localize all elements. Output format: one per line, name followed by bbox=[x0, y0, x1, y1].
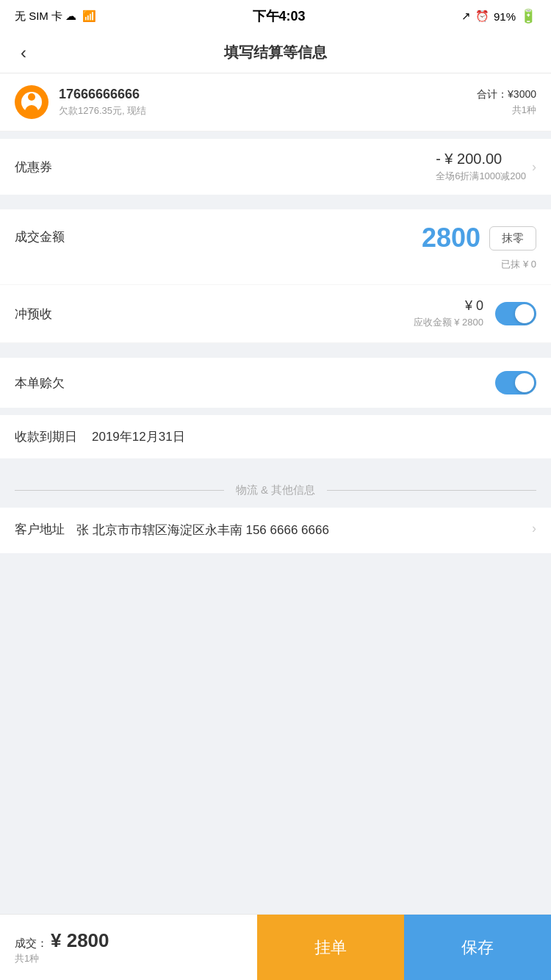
debt-section: 本单赊欠 bbox=[0, 358, 551, 408]
logistics-line-left bbox=[15, 490, 224, 491]
avatar-icon bbox=[21, 92, 42, 112]
bottom-count: 共1种 bbox=[15, 952, 242, 965]
prepay-amount: ¥ 0 bbox=[414, 298, 483, 314]
logistics-text: 物流 & 其他信息 bbox=[236, 483, 315, 497]
bottom-amount: ¥ 2800 bbox=[51, 929, 109, 952]
customer-left: 17666666666 欠款1276.35元, 现结 bbox=[15, 85, 146, 119]
page-title: 填写结算等信息 bbox=[224, 43, 327, 62]
coupon-right: - ¥ 200.00 全场6折满1000减200 › bbox=[436, 151, 536, 183]
prepay-sub: 应收金额 ¥ 2800 bbox=[414, 316, 483, 329]
sim-label: 无 SIM 卡 ☁ bbox=[15, 10, 76, 24]
customer-sub: 欠款1276.35元, 现结 bbox=[59, 104, 146, 118]
deal-right: 2800 抹零 已抹 ¥ 0 bbox=[422, 223, 536, 271]
deal-sub: 已抹 ¥ 0 bbox=[501, 258, 536, 271]
chevron-right-icon: › bbox=[532, 159, 536, 175]
coupon-row[interactable]: 优惠券 - ¥ 200.00 全场6折满1000减200 › bbox=[0, 139, 551, 195]
address-row[interactable]: 客户地址 张 北京市市辖区海淀区永丰南 156 6666 6666 › bbox=[0, 508, 551, 553]
customer-info: 17666666666 欠款1276.35元, 现结 bbox=[59, 87, 146, 118]
debt-toggle[interactable] bbox=[495, 371, 536, 394]
divider-1 bbox=[0, 202, 551, 209]
wifi-icon: 📶 bbox=[82, 10, 96, 23]
battery-label: 91% bbox=[494, 10, 516, 23]
due-date-label: 收款到期日 bbox=[15, 428, 77, 445]
deal-label: 成交金额 bbox=[15, 223, 65, 245]
content: 17666666666 欠款1276.35元, 现结 合计：¥3000 共1种 … bbox=[0, 73, 551, 634]
customer-card: 17666666666 欠款1276.35元, 现结 合计：¥3000 共1种 bbox=[0, 73, 551, 131]
customer-row: 17666666666 欠款1276.35元, 现结 合计：¥3000 共1种 bbox=[0, 73, 551, 131]
deal-row: 成交金额 2800 抹零 已抹 ¥ 0 bbox=[0, 209, 551, 285]
prepay-row: 冲预收 ¥ 0 应收金额 ¥ 2800 bbox=[0, 285, 551, 343]
prepay-amount-block: ¥ 0 应收金额 ¥ 2800 bbox=[414, 298, 483, 329]
bottom-deal-label: 成交： bbox=[15, 937, 48, 951]
status-bar: 无 SIM 卡 ☁ 📶 下午4:03 ↗ ⏰ 91% 🔋 bbox=[0, 0, 551, 32]
coupon-desc: 全场6折满1000减200 bbox=[436, 170, 526, 183]
due-date-value: 2019年12月31日 bbox=[92, 428, 185, 445]
toggle-knob bbox=[515, 304, 534, 323]
address-value: 张 北京市市辖区海淀区永丰南 156 6666 6666 bbox=[76, 521, 526, 540]
alarm-icon: ⏰ bbox=[475, 10, 489, 23]
address-label: 客户地址 bbox=[15, 521, 65, 538]
coupon-discount: - ¥ 200.00 bbox=[436, 151, 526, 167]
hang-single-button[interactable]: 挂单 bbox=[257, 915, 404, 980]
debt-toggle-knob bbox=[515, 373, 534, 392]
total-count: 共1种 bbox=[477, 104, 536, 117]
customer-phone: 17666666666 bbox=[59, 87, 146, 102]
debt-label: 本单赊欠 bbox=[15, 375, 65, 392]
save-button[interactable]: 保存 bbox=[404, 915, 551, 980]
address-chevron-icon: › bbox=[532, 521, 536, 536]
coupon-label: 优惠券 bbox=[15, 159, 52, 176]
nav-bar: ‹ 填写结算等信息 bbox=[0, 32, 551, 73]
divider-2 bbox=[0, 350, 551, 358]
bottom-bar: 成交： ¥ 2800 共1种 挂单 保存 bbox=[0, 914, 551, 980]
due-date-row: 收款到期日 2019年12月31日 bbox=[0, 415, 551, 458]
status-right: ↗ ⏰ 91% 🔋 bbox=[461, 8, 536, 24]
status-time: 下午4:03 bbox=[253, 7, 306, 25]
prepay-toggle[interactable] bbox=[495, 302, 536, 325]
deal-amount: 2800 bbox=[422, 223, 480, 253]
round-zero-button[interactable]: 抹零 bbox=[489, 226, 536, 251]
customer-right: 合计：¥3000 共1种 bbox=[477, 88, 536, 117]
divider-3 bbox=[0, 466, 551, 473]
debt-row: 本单赊欠 bbox=[0, 358, 551, 408]
status-left: 无 SIM 卡 ☁ 📶 bbox=[15, 10, 96, 24]
total-label: 合计：¥3000 bbox=[477, 88, 536, 101]
prepay-label: 冲预收 bbox=[15, 306, 52, 323]
deal-section: 成交金额 2800 抹零 已抹 ¥ 0 冲预收 ¥ 0 应收金额 ¥ 2800 bbox=[0, 209, 551, 343]
avatar bbox=[15, 85, 48, 119]
back-button[interactable]: ‹ bbox=[15, 37, 32, 69]
logistics-line-right bbox=[327, 490, 536, 491]
amount-row-inner: 2800 抹零 bbox=[422, 223, 536, 253]
location-icon: ↗ bbox=[461, 10, 471, 23]
prepay-right: ¥ 0 应收金额 ¥ 2800 bbox=[414, 298, 536, 329]
bottom-summary: 成交： ¥ 2800 共1种 bbox=[0, 915, 257, 980]
logistics-header: 物流 & 其他信息 bbox=[0, 473, 551, 508]
battery-icon: 🔋 bbox=[520, 8, 536, 24]
